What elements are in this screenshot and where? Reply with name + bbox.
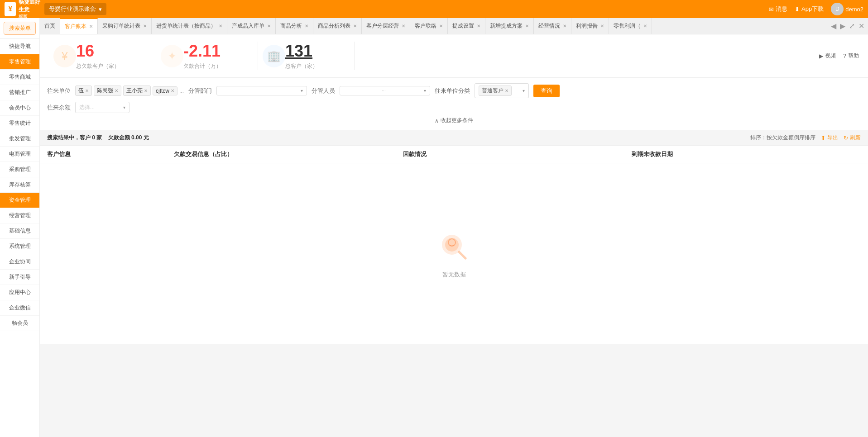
tab-operation-status[interactable]: 经营情况 ✕ — [534, 18, 571, 34]
sidebar-item-wechat[interactable]: 企业微信 — [0, 300, 39, 316]
tab-close-new-commission[interactable]: ✕ — [525, 24, 529, 28]
sidebar-item-cooperation[interactable]: 企业协同 — [0, 254, 39, 270]
tab-close-commission[interactable]: ✕ — [477, 24, 480, 28]
search-menu-button[interactable]: 搜索菜单 — [4, 22, 36, 35]
collapse-icon: ∧ — [435, 118, 439, 124]
sidebar-item-member[interactable]: 会员中心 — [0, 100, 39, 116]
separator-icon: ··· — [382, 88, 385, 93]
sidebar-item-quick-nav[interactable]: 快捷导航 — [0, 39, 39, 54]
tab-new-commission[interactable]: 新增提成方案 ✕ — [485, 18, 534, 34]
tab-close-purchase[interactable]: ✕ — [143, 24, 147, 28]
empty-state: 暂无数据 — [436, 229, 472, 279]
filter-person-select[interactable]: ··· ▾ — [340, 86, 430, 95]
filter-remain-select[interactable]: 选择... ▾ — [75, 102, 129, 113]
sidebar-item-wholesale[interactable]: 批发管理 — [0, 131, 39, 147]
filter-remain-placeholder: 选择... — [79, 104, 95, 111]
tab-product-inbound[interactable]: 产成品入库单 ✕ — [227, 18, 276, 34]
logo-sub: 标版 — [19, 14, 44, 20]
filter-tag-wu-close[interactable]: ✕ — [85, 88, 89, 93]
logo-text: 畅捷通好生意 — [19, 0, 44, 14]
tab-retail-profit[interactable]: 零售利润（ ✕ — [609, 18, 652, 34]
message-button[interactable]: ✉ 消息 — [769, 5, 787, 13]
store-selector[interactable]: 母婴行业演示账套 ▾ — [44, 3, 106, 15]
filter-tag-normal-close[interactable]: ✕ — [505, 88, 508, 93]
filter-tag-cjttcw: cjttcw ✕ — [153, 86, 177, 95]
filter-tag-chen-close[interactable]: ✕ — [115, 88, 118, 93]
tab-close-inbound[interactable]: ✕ — [219, 24, 222, 28]
tab-close-product-list[interactable]: ✕ — [353, 24, 357, 28]
tab-expand-icon[interactable]: ⤢ — [849, 22, 855, 30]
sidebar-item-basic[interactable]: 基础信息 — [0, 223, 39, 239]
video-button[interactable]: ▶ 视频 — [819, 52, 836, 60]
tab-customer-contact[interactable]: 客户联络 ✕ — [410, 18, 448, 34]
sidebar-item-retail[interactable]: 零售管理 — [0, 54, 39, 70]
app-wrapper: ¥ 畅捷通好生意 标版 母婴行业演示账套 ▾ ✉ 消息 ⬇ App下载 D — [0, 0, 868, 437]
tab-close-operation[interactable]: ✕ — [563, 24, 566, 28]
help-button[interactable]: ? 帮助 — [843, 52, 859, 60]
sidebar-item-member2[interactable]: 畅会员 — [0, 316, 39, 331]
tab-close-customer-ledger[interactable]: ✕ — [89, 24, 93, 29]
sidebar-item-marketing[interactable]: 营销推广 — [0, 85, 39, 100]
filter-category-label: 往来单位分类 — [435, 87, 470, 95]
download-icon: ⬇ — [795, 6, 800, 13]
content-area: 首页 客户账本 ✕ 采购订单统计表 ✕ 进货单统计表（按商品） ✕ 产成品入库单… — [40, 18, 868, 437]
export-button[interactable]: ⬆ 导出 — [821, 134, 838, 142]
tab-close-tier[interactable]: ✕ — [402, 24, 405, 28]
filter-tag-cjttcw-close[interactable]: ✕ — [171, 88, 174, 93]
main-layout: 搜索菜单 快捷导航 零售管理 零售商城 营销推广 会员中心 零售统计 批发管理 … — [0, 18, 868, 437]
sidebar-item-newbie[interactable]: 新手引导 — [0, 270, 39, 285]
sidebar-item-apps[interactable]: 应用中心 — [0, 285, 39, 300]
sidebar-item-purchase[interactable]: 采购管理 — [0, 162, 39, 177]
app-download-button[interactable]: ⬇ App下载 — [795, 5, 824, 13]
sidebar-item-system[interactable]: 系统管理 — [0, 239, 39, 254]
filter-category-select[interactable]: 普通客户 ✕ ▾ — [475, 83, 529, 98]
sidebar-item-retail-mall[interactable]: 零售商城 — [0, 70, 39, 85]
tab-close-retail-profit[interactable]: ✕ — [643, 24, 647, 28]
sidebar-item-inventory[interactable]: 库存核算 — [0, 177, 39, 193]
filter-more-tags[interactable]: ... — [179, 88, 184, 94]
tab-profit-report[interactable]: 利润报告 ✕ — [571, 18, 609, 34]
tab-customer-tier[interactable]: 客户分层经营 ✕ — [362, 18, 410, 34]
top-bar: ¥ 畅捷通好生意 标版 母婴行业演示账套 ▾ ✉ 消息 ⬇ App下载 D — [0, 0, 868, 18]
tab-next-icon[interactable]: ▶ — [840, 22, 845, 30]
filter-tag-wang-close[interactable]: ✕ — [144, 88, 148, 93]
sort-label[interactable]: 排序：按欠款金额倒序排序 — [750, 134, 815, 142]
tab-close-all-icon[interactable]: ✕ — [858, 22, 864, 30]
tab-bar-controls: ◀ ▶ ⤢ ✕ — [827, 22, 868, 30]
data-table: 客户信息 欠款交易信息（占比） 回款情况 到期未收款日期 — [40, 146, 868, 344]
results-actions: 排序：按欠款金额倒序排序 ⬆ 导出 ↻ 刷新 — [750, 134, 861, 142]
tab-close-product-analysis[interactable]: ✕ — [305, 24, 308, 28]
user-menu[interactable]: D demo2 — [831, 3, 863, 15]
export-icon: ⬆ — [821, 135, 825, 141]
stat-label-2: 欠款合计（万） — [183, 62, 221, 70]
sidebar-item-operation[interactable]: 经营管理 — [0, 208, 39, 223]
filter-category-tags: 普通客户 ✕ — [479, 86, 512, 96]
refresh-button[interactable]: ↻ 刷新 — [844, 134, 861, 142]
sidebar-item-retail-stats[interactable]: 零售统计 — [0, 116, 39, 131]
filter-dept-select[interactable]: ▾ — [216, 86, 307, 95]
sidebar-item-ecommerce[interactable]: 电商管理 — [0, 147, 39, 162]
tab-prev-icon[interactable]: ◀ — [831, 22, 836, 30]
results-info: 搜索结果中，客户 0 家 欠款金额 0.00 元 — [47, 134, 149, 142]
filter-person-label: 分管人员 — [312, 87, 335, 95]
stat-icon-2: ✦ — [161, 45, 183, 67]
collapse-button[interactable]: ∧ 收起更多条件 — [47, 117, 861, 124]
tab-close-contact[interactable]: ✕ — [439, 24, 443, 28]
filter-row-1: 往来单位 伍 ✕ 陈民强 ✕ 王小亮 — [47, 83, 861, 98]
tab-product-analysis-list[interactable]: 商品分析列表 ✕ — [313, 18, 362, 34]
stat-total-debt: ✦ -2.11 欠款合计（万） — [156, 42, 258, 70]
chevron-down-icon-category: ▾ — [523, 88, 525, 93]
tab-close-profit[interactable]: ✕ — [600, 24, 604, 28]
tab-home[interactable]: 首页 — [40, 18, 60, 34]
tab-purchase-stats[interactable]: 采购订单统计表 ✕ — [98, 18, 152, 34]
svg-point-1 — [445, 238, 459, 252]
tab-close-product[interactable]: ✕ — [267, 24, 271, 28]
tab-customer-ledger[interactable]: 客户账本 ✕ — [60, 18, 98, 34]
tab-inbound-stats[interactable]: 进货单统计表（按商品） ✕ — [152, 18, 227, 34]
tab-commission-settings[interactable]: 提成设置 ✕ — [448, 18, 485, 34]
tab-product-analysis[interactable]: 商品分析 ✕ — [276, 18, 313, 34]
query-button[interactable]: 查询 — [533, 85, 560, 97]
sidebar-item-finance[interactable]: 资金管理 — [0, 193, 39, 208]
empty-icon — [436, 229, 472, 265]
stat-icon-3: 🏢 — [263, 45, 285, 67]
